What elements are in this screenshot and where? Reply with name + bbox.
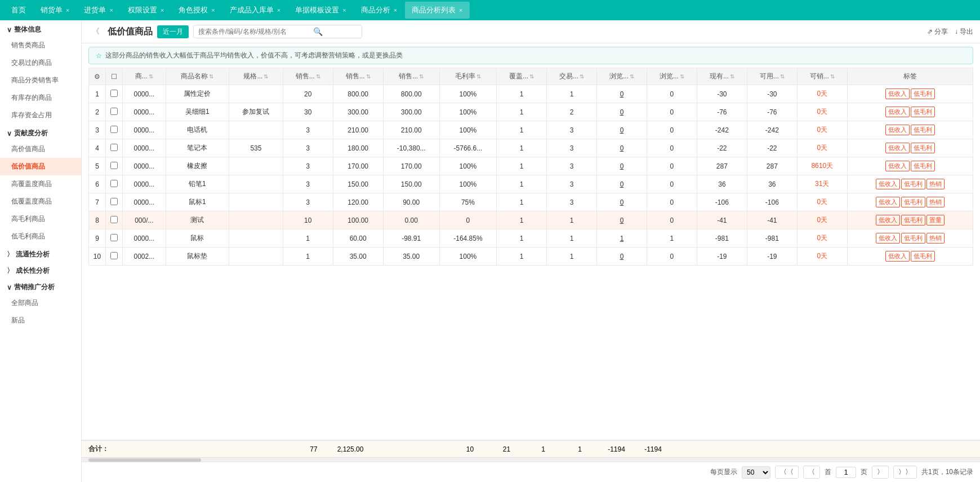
th-name[interactable]: 商品名称⇅	[166, 68, 229, 85]
row-avail: -41	[747, 211, 797, 229]
totals-sale-amt: 2,125.00	[331, 445, 370, 453]
prev-page-button[interactable]: 〈	[803, 466, 820, 479]
sidebar-item-inventory-products[interactable]: 有库存的商品	[0, 89, 81, 107]
sidebar-group-contribution[interactable]: ∨ 贡献度分析	[0, 124, 81, 140]
th-settings[interactable]: ⚙	[89, 68, 106, 85]
row-browse1[interactable]: 0	[597, 157, 647, 175]
nav-permission-settings[interactable]: 权限设置 ×	[121, 2, 171, 19]
row-coverage: 1	[497, 193, 547, 211]
th-trade[interactable]: 交易...⇅	[547, 68, 597, 85]
row-browse1[interactable]: 0	[597, 139, 647, 157]
scrollbar-area[interactable]	[82, 457, 980, 462]
row-browse1[interactable]: 0	[597, 247, 647, 266]
th-avail[interactable]: 可用...⇅	[747, 68, 797, 85]
th-sale-days[interactable]: 可销...⇅	[797, 68, 847, 85]
row-checkbox[interactable]	[106, 157, 123, 175]
row-browse1[interactable]: 0	[597, 103, 647, 121]
search-icon[interactable]: 🔍	[313, 27, 323, 36]
th-coverage[interactable]: 覆盖...⇅	[497, 68, 547, 85]
total-info: 共1页，10条记录	[921, 467, 973, 477]
sidebar-item-category-sales-rate[interactable]: 商品分类销售率	[0, 72, 81, 89]
time-filter-button[interactable]: 近一月	[157, 25, 189, 38]
row-spec	[229, 121, 283, 139]
th-gross-rate[interactable]: 毛利率⇅	[439, 68, 496, 85]
row-tags: 低收入低毛利	[847, 247, 973, 266]
per-page-select[interactable]: 50 100 200	[742, 466, 770, 479]
th-spec[interactable]: 规格...⇅	[229, 68, 283, 85]
nav-product-analysis[interactable]: 商品分析 ×	[354, 2, 404, 19]
row-tags: 低收入低毛利	[847, 121, 973, 139]
row-checkbox[interactable]	[106, 193, 123, 211]
close-icon[interactable]: ×	[211, 7, 215, 14]
row-checkbox[interactable]	[106, 139, 123, 157]
close-icon[interactable]: ×	[394, 7, 397, 14]
row-browse1[interactable]: 1	[597, 229, 647, 247]
nav-product-inbound[interactable]: 产成品入库单 ×	[223, 2, 287, 19]
close-icon[interactable]: ×	[342, 7, 346, 14]
row-checkbox[interactable]	[106, 103, 123, 121]
close-icon[interactable]: ×	[109, 7, 113, 14]
row-checkbox[interactable]	[106, 211, 123, 229]
sidebar-item-inventory-capital[interactable]: 库存资金占用	[0, 107, 81, 124]
close-icon[interactable]: ×	[277, 7, 280, 14]
sidebar-item-new-products[interactable]: 新品	[0, 312, 81, 329]
close-icon[interactable]: ×	[66, 7, 69, 14]
sidebar-item-low-value[interactable]: 低价值商品	[0, 158, 81, 175]
table-container: ⚙ ☐ 商...⇅ 商品名称⇅ 规格...⇅ 销售...⇅ 销售...⇅ 销售.…	[82, 68, 980, 440]
th-sale-amt2[interactable]: 销售...⇅	[383, 68, 439, 85]
sidebar-item-sales-products[interactable]: 销售类商品	[0, 37, 81, 54]
row-coverage: 1	[497, 229, 547, 247]
row-qty: 3	[283, 157, 333, 175]
th-checkbox[interactable]: ☐	[106, 68, 123, 85]
last-page-button[interactable]: 〉〉	[893, 466, 917, 479]
th-qty[interactable]: 销售...⇅	[283, 68, 333, 85]
th-sale-amt1[interactable]: 销售...⇅	[333, 68, 383, 85]
nav-sales-order[interactable]: 销货单 ×	[34, 2, 76, 19]
row-sale-amt1: 210.00	[333, 121, 383, 139]
search-input[interactable]	[198, 28, 311, 36]
sidebar-item-low-coverage[interactable]: 低覆盖度商品	[0, 193, 81, 210]
table-row: 7 0000... 鼠标1 3 120.00 90.00 75% 1 3 0 0…	[89, 193, 973, 211]
sidebar-item-high-value[interactable]: 高价值商品	[0, 140, 81, 158]
row-browse1[interactable]: 0	[597, 175, 647, 193]
close-icon[interactable]: ×	[161, 7, 164, 14]
collapse-button[interactable]: 《	[88, 25, 103, 38]
row-checkbox[interactable]	[106, 247, 123, 266]
sidebar-item-traded-products[interactable]: 交易过的商品	[0, 54, 81, 72]
sidebar-item-all-products[interactable]: 全部商品	[0, 294, 81, 312]
row-checkbox[interactable]	[106, 229, 123, 247]
first-page-button[interactable]: 〈〈	[775, 466, 799, 479]
row-browse1[interactable]: 0	[597, 211, 647, 229]
sidebar-group-overall[interactable]: ∨ 整体信息	[0, 20, 81, 37]
row-checkbox[interactable]	[106, 121, 123, 139]
sidebar-group-liquidity[interactable]: 〉 流通性分析	[0, 245, 81, 262]
row-sale-days: 0天	[797, 85, 847, 103]
th-stock[interactable]: 现有...⇅	[697, 68, 747, 85]
row-browse1[interactable]: 0	[597, 121, 647, 139]
row-stock: 287	[697, 157, 747, 175]
sidebar-group-marketing[interactable]: ∨ 营销推广分析	[0, 278, 81, 294]
row-tags: 低收入低毛利	[847, 139, 973, 157]
row-browse1[interactable]: 0	[597, 193, 647, 211]
th-code[interactable]: 商...⇅	[123, 68, 166, 85]
th-browse1[interactable]: 浏览...⇅	[597, 68, 647, 85]
next-page-button[interactable]: 〉	[872, 466, 889, 479]
nav-home[interactable]: 首页	[5, 2, 33, 19]
close-icon[interactable]: ×	[459, 7, 462, 14]
sidebar-item-low-gross[interactable]: 低毛利商品	[0, 228, 81, 245]
export-button[interactable]: ↓ 导出	[955, 27, 973, 37]
page-input[interactable]	[836, 467, 856, 478]
th-browse2[interactable]: 浏览...⇅	[647, 68, 697, 85]
row-checkbox[interactable]	[106, 175, 123, 193]
nav-product-analysis-list[interactable]: 商品分析列表 ×	[405, 2, 469, 19]
share-button[interactable]: ⇗ 分享	[927, 27, 948, 37]
sidebar-item-high-gross[interactable]: 高毛利商品	[0, 210, 81, 228]
nav-template-settings[interactable]: 单据模板设置 ×	[288, 2, 353, 19]
nav-purchase-order[interactable]: 进货单 ×	[77, 2, 119, 19]
sidebar-item-high-coverage[interactable]: 高覆盖度商品	[0, 175, 81, 193]
page-label: 首	[825, 467, 831, 477]
nav-role-auth[interactable]: 角色授权 ×	[172, 2, 221, 19]
row-checkbox[interactable]	[106, 85, 123, 103]
row-browse1[interactable]: 0	[597, 85, 647, 103]
sidebar-group-growth[interactable]: 〉 成长性分析	[0, 262, 81, 278]
